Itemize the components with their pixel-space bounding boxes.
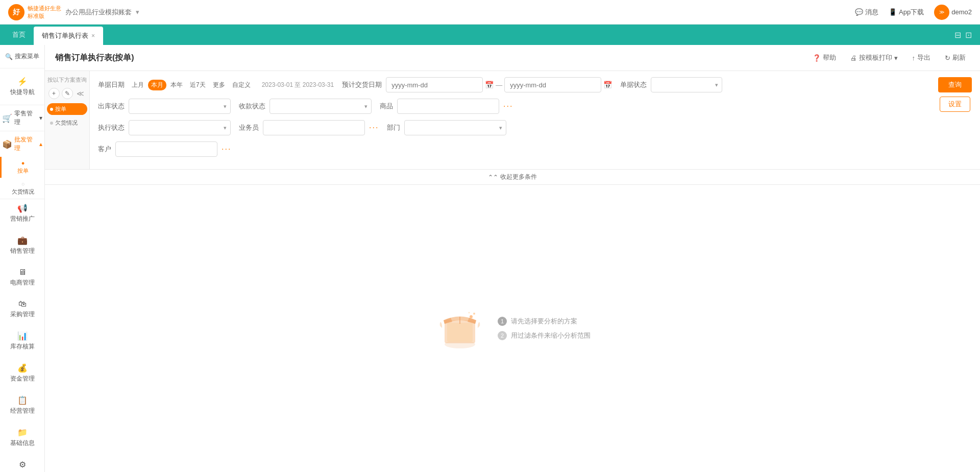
predict-date-group: 📅 — 📅 xyxy=(386,77,612,92)
sidebar-item-purchase[interactable]: 🛍 采购管理 xyxy=(0,295,44,323)
date-tab-更多[interactable]: 更多 xyxy=(210,80,228,90)
filter-row-1: 单据日期 上月 本月 本年 近7天 更多 自定义 2023-03-01 至 20… xyxy=(98,77,926,92)
collapse-icon: ⌃⌃ xyxy=(488,174,498,181)
sidebar-subitem-欠货情况[interactable]: ○ 欠货情况 xyxy=(0,178,44,199)
filter-plan-item-欠货情况[interactable]: 欠货情况 xyxy=(47,117,87,129)
help-icon: ❓ xyxy=(813,54,821,62)
help-button[interactable]: ❓ 帮助 xyxy=(808,51,840,64)
date-separator: — xyxy=(496,81,502,89)
collect-select[interactable] xyxy=(270,99,372,114)
export-icon: ↑ xyxy=(912,54,916,62)
filter-field-outstock: 出库状态 xyxy=(98,99,231,114)
filter-field-customer: 客户 ··· xyxy=(98,141,231,157)
sidebar-item-stock[interactable]: 📊 库存核算 xyxy=(0,327,44,355)
goods-input[interactable] xyxy=(397,99,499,114)
sidebar-item-retail[interactable]: 🛒 零售管理 ▾ xyxy=(0,105,44,131)
dept-select[interactable] xyxy=(404,120,506,135)
top-bar-actions: 💬 消息 📱 App下载 ≫ demo2 xyxy=(855,5,972,20)
filter-collapse-button[interactable]: ≪ xyxy=(75,88,86,99)
predict-date-from-input[interactable] xyxy=(386,77,483,92)
date-tab-自定义[interactable]: 自定义 xyxy=(229,80,254,90)
filter-edit-button[interactable]: ✎ xyxy=(62,88,73,99)
sidebar-subitem-按单[interactable]: ● 按单 xyxy=(0,157,44,178)
message-action[interactable]: 💬 消息 xyxy=(855,8,878,17)
sidebar-item-system[interactable]: ⚙ 系统管理 xyxy=(0,456,44,472)
svg-rect-2 xyxy=(447,323,473,342)
predict-date-to-input[interactable] xyxy=(504,77,601,92)
collapse-bar[interactable]: ⌃⌃ 收起更多条件 xyxy=(45,170,980,185)
content-area: 销售订单执行表(按单) ❓ 帮助 🖨 按模板打印 ▾ ↑ 导出 ↻ 刷新 xyxy=(45,45,980,472)
dept-select-wrap xyxy=(404,120,506,135)
main-layout: 🔍 搜索菜单 ⚡ 快捷导航 🛒 零售管理 ▾ 📦 批发管理 ▴ xyxy=(0,45,980,472)
filter-field-dept: 部门 xyxy=(387,120,506,135)
sidebar-item-sales[interactable]: 💼 销售管理 xyxy=(0,231,44,259)
outstock-label: 出库状态 xyxy=(98,102,125,111)
svg-point-4 xyxy=(470,315,473,318)
filter-add-btns: + ✎ ≪ xyxy=(47,88,87,99)
date-tab-本月[interactable]: 本月 xyxy=(148,80,166,90)
filter-add-button[interactable]: + xyxy=(48,88,60,99)
tab-bar: 首页 销售订单执行表 × ⊟ ⊡ xyxy=(0,25,980,45)
purchase-icon: 🛍 xyxy=(18,299,27,309)
sidebar-item-wholesale[interactable]: 📦 批发管理 ▴ xyxy=(0,131,44,157)
predict-date-label: 预计交货日期 xyxy=(342,80,382,89)
sidebar-item-operations[interactable]: 📋 经营管理 xyxy=(0,391,44,419)
finance-icon: 💰 xyxy=(17,363,28,373)
logo-icon: 好 xyxy=(8,4,24,20)
sidebar-item-basic[interactable]: 📁 基础信息 xyxy=(0,423,44,452)
tab-active[interactable]: 销售订单执行表 × xyxy=(34,27,103,45)
date-tab-本年[interactable]: 本年 xyxy=(167,80,186,90)
quicknav-icon: ⚡ xyxy=(17,77,28,86)
goods-more-button[interactable]: ··· xyxy=(503,102,513,111)
settings-button[interactable]: 设置 xyxy=(940,97,970,112)
export-button[interactable]: ↑ 导出 xyxy=(908,51,935,64)
sidebar-item-finance[interactable]: 💰 资金管理 xyxy=(0,359,44,387)
sidebar-item-ecom[interactable]: 🖥 电商管理 xyxy=(0,264,44,291)
customer-more-button[interactable]: ··· xyxy=(222,145,231,154)
date-tab-近7天[interactable]: 近7天 xyxy=(187,80,209,90)
outstock-select-wrap xyxy=(129,99,231,114)
filter-field-predict-date: 预计交货日期 📅 — 📅 xyxy=(342,77,612,92)
search-button[interactable]: 查询 xyxy=(938,77,972,92)
tip-num-1: 1 xyxy=(498,317,507,326)
user-profile[interactable]: ≫ demo2 xyxy=(934,5,972,20)
app-title-area: 办公用品行业模拟账套 ▾ xyxy=(65,8,141,17)
sidebar: 🔍 搜索菜单 ⚡ 快捷导航 🛒 零售管理 ▾ 📦 批发管理 ▴ xyxy=(0,45,45,472)
filter-plan-item-按单[interactable]: 按单 xyxy=(47,103,87,115)
sidebar-item-marketing[interactable]: 📢 营销推广 xyxy=(0,199,44,227)
filter-main: 单据日期 上月 本月 本年 近7天 更多 自定义 2023-03-01 至 20… xyxy=(90,71,934,169)
sidebar-search-button[interactable]: 🔍 搜索菜单 xyxy=(4,50,40,63)
sidebar-quick-nav: ⚡ 快捷导航 xyxy=(0,68,44,105)
tab-minimize-button[interactable]: ⊟ xyxy=(954,30,961,40)
filter-left-bar: 按以下方案查询 + ✎ ≪ 按单 欠货情况 xyxy=(45,71,90,169)
empty-tip-2: 2 用过滤条件来缩小分析范围 xyxy=(498,331,591,340)
message-icon: 💬 xyxy=(855,8,863,16)
status-select-wrap xyxy=(651,77,722,92)
filter-field-goods: 商品 ··· xyxy=(380,99,513,114)
sidebar-item-quicknav[interactable]: ⚡ 快捷导航 xyxy=(0,73,44,101)
filter-row-2: 出库状态 收款状态 xyxy=(98,99,926,114)
exec-status-select[interactable] xyxy=(129,120,231,135)
app-title-dropdown-icon[interactable]: ▾ xyxy=(134,9,141,16)
logo-area: 好 畅捷通好生意 标准版 xyxy=(8,4,61,20)
outstock-select[interactable] xyxy=(129,99,231,114)
print-button[interactable]: 🖨 按模板打印 ▾ xyxy=(846,51,902,64)
status-select[interactable] xyxy=(651,77,722,92)
filter-field-collect: 收款状态 xyxy=(239,99,372,114)
predict-date-to-calendar-icon[interactable]: 📅 xyxy=(603,81,612,89)
customer-input[interactable] xyxy=(115,141,217,157)
page-header-actions: ❓ 帮助 🖨 按模板打印 ▾ ↑ 导出 ↻ 刷新 xyxy=(808,51,970,70)
date-tab-上月[interactable]: 上月 xyxy=(129,80,147,90)
refresh-button[interactable]: ↻ 刷新 xyxy=(941,51,970,64)
app-download-action[interactable]: 📱 App下载 xyxy=(889,8,924,17)
tab-close-button[interactable]: × xyxy=(91,32,95,39)
predict-date-from-calendar-icon[interactable]: 📅 xyxy=(485,81,494,89)
tab-maximize-button[interactable]: ⊡ xyxy=(965,30,972,40)
collect-label: 收款状态 xyxy=(239,102,265,111)
filter-field-exec-status: 执行状态 xyxy=(98,120,231,135)
tab-home[interactable]: 首页 xyxy=(4,25,34,45)
salesperson-more-button[interactable]: ··· xyxy=(369,123,379,132)
tip-text-2: 用过滤条件来缩小分析范围 xyxy=(511,331,591,340)
salesperson-input[interactable] xyxy=(263,120,365,135)
system-icon: ⚙ xyxy=(19,460,26,469)
